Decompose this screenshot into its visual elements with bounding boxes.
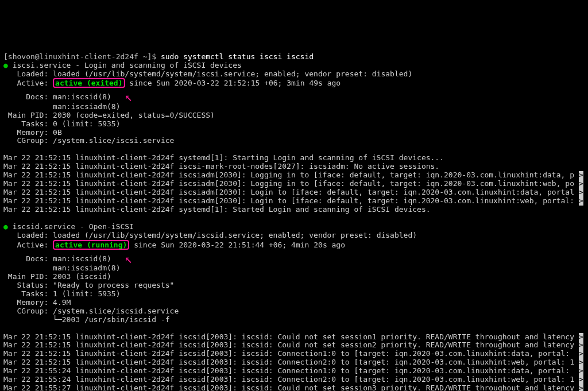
log-line: Mar 22 21:55:24 linuxhint-client-2d24f i…	[3, 375, 583, 384]
log-block-1: Mar 22 21:52:15 linuxhint-client-2d24f s…	[3, 154, 585, 214]
cgroup-label: CGroup:	[17, 136, 48, 145]
annotation-arrow-icon: ↖	[125, 251, 132, 266]
active-suffix: since Sun 2020-03-22 21:51:44 +06; 4min …	[129, 241, 345, 249]
memory-label: Memory:	[17, 128, 48, 137]
cgroup-value: /system.slice/iscsid.service	[53, 307, 179, 315]
truncation-arrow-icon: >	[579, 375, 583, 384]
truncation-arrow-icon: >	[579, 367, 583, 375]
status-bullet-icon: ●	[3, 222, 8, 231]
truncation-arrow-icon: >	[579, 188, 583, 197]
mainpid-value: 2003 (iscsid)	[53, 272, 111, 281]
mainpid-label: Main PID:	[8, 111, 48, 119]
docs-line: man:iscsiadm(8)	[53, 264, 120, 272]
active-label: Active:	[17, 241, 48, 249]
cgroup-label: CGroup:	[17, 307, 48, 315]
annotation-arrow-icon: ↖	[125, 90, 132, 104]
tasks-value: 0 (limit: 5935)	[53, 119, 120, 128]
truncation-arrow-icon: >	[579, 384, 583, 391]
truncation-arrow-icon: >	[579, 358, 583, 367]
memory-label: Memory:	[17, 298, 48, 307]
tasks-value: 1 (limit: 5935)	[53, 289, 120, 298]
status-value: "Ready to process requests"	[53, 281, 174, 289]
active-state: active (running)	[55, 241, 127, 249]
mainpid-label: Main PID:	[8, 272, 48, 281]
tasks-label: Tasks:	[21, 289, 48, 298]
terminal-output[interactable]: [shovon@linuxhint-client-2d24f ~]$ sudo …	[0, 43, 588, 391]
log-line: Mar 22 21:52:15 linuxhint-client-2d24f i…	[3, 171, 583, 180]
truncation-arrow-icon: >	[579, 180, 583, 188]
truncation-arrow-icon: >	[579, 197, 583, 206]
loaded-value: loaded (/usr/lib/systemd/system/iscsid.s…	[53, 231, 417, 239]
log-line: Mar 22 21:52:15 linuxhint-client-2d24f i…	[3, 341, 583, 350]
log-line: Mar 22 21:52:15 linuxhint-client-2d24f i…	[3, 197, 583, 206]
log-line: Mar 22 21:52:15 linuxhint-client-2d24f i…	[3, 358, 583, 367]
status-bullet-icon: ●	[3, 61, 8, 69]
cgroup-process: └─2003 /usr/sbin/iscsid -f	[53, 315, 170, 324]
memory-value: 0B	[53, 128, 62, 137]
docs-label: Docs:	[26, 254, 48, 263]
truncation-arrow-icon: >	[579, 333, 583, 342]
active-state: active (exited)	[55, 79, 122, 87]
log-line: Mar 22 21:52:15 linuxhint-client-2d24f i…	[3, 162, 585, 171]
loaded-label: Loaded:	[17, 231, 48, 239]
prompt: [shovon@linuxhint-client-2d24f ~]$	[3, 52, 156, 61]
status-label: Status:	[17, 281, 48, 289]
log-line: Mar 22 21:52:15 linuxhint-client-2d24f i…	[3, 180, 583, 188]
log-line: Mar 22 21:52:15 linuxhint-client-2d24f i…	[3, 188, 583, 197]
active-suffix: since Sun 2020-03-22 21:52:15 +06; 3min …	[125, 79, 341, 87]
docs-line: man:iscsid(8)	[53, 92, 111, 101]
log-line: Mar 22 21:52:15 linuxhint-client-2d24f i…	[3, 333, 583, 342]
tasks-label: Tasks:	[21, 119, 48, 128]
highlight-box: active (exited)	[53, 78, 125, 88]
memory-value: 4.9M	[53, 298, 71, 307]
truncation-arrow-icon: >	[579, 341, 583, 350]
log-line: Mar 22 21:52:15 linuxhint-client-2d24f i…	[3, 350, 583, 358]
log-block-2: Mar 22 21:52:15 linuxhint-client-2d24f i…	[3, 333, 585, 391]
cgroup-value: /system.slice/iscsi.service	[53, 136, 174, 145]
log-line: Mar 22 21:52:15 linuxhint-client-2d24f s…	[3, 154, 585, 162]
log-line: Mar 22 21:55:24 linuxhint-client-2d24f i…	[3, 367, 583, 375]
mainpid-value: 2030 (code=exited, status=0/SUCCESS)	[53, 111, 215, 119]
loaded-value: loaded (/usr/lib/systemd/system/iscsi.se…	[53, 69, 412, 78]
docs-label: Docs:	[26, 92, 48, 101]
highlight-box: active (running)	[53, 240, 129, 250]
service2-header: iscsid.service - Open-iSCSI	[13, 222, 134, 231]
docs-line: man:iscsid(8)	[53, 254, 111, 263]
loaded-label: Loaded:	[17, 69, 48, 78]
log-line: Mar 22 21:55:27 linuxhint-client-2d24f i…	[3, 384, 583, 391]
command: sudo systemctl status iscsi iscsid	[161, 52, 314, 61]
docs-line: man:iscsiadm(8)	[53, 102, 120, 111]
truncation-arrow-icon: >	[579, 350, 583, 358]
truncation-arrow-icon: >	[579, 171, 583, 180]
service1-header: iscsi.service - Login and scanning of iS…	[13, 61, 242, 69]
active-label: Active:	[17, 79, 48, 87]
log-line: Mar 22 21:52:15 linuxhint-client-2d24f s…	[3, 206, 585, 214]
